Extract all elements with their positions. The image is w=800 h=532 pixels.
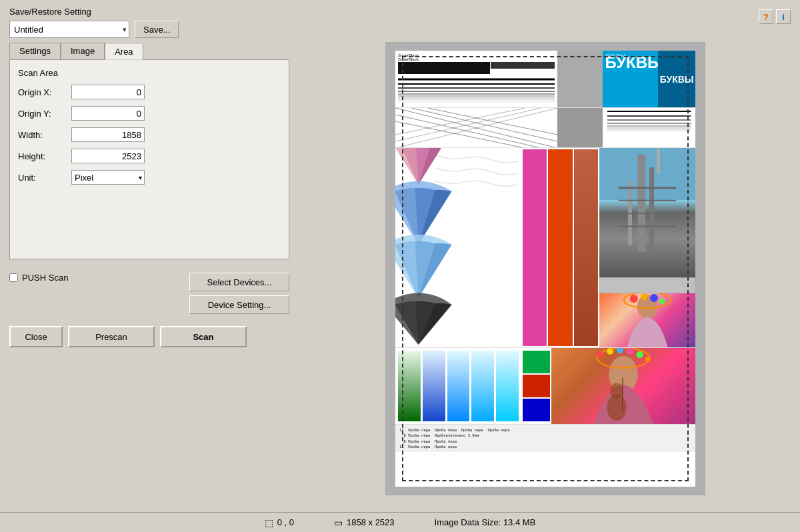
svg-point-35 (641, 293, 647, 300)
unit-select[interactable]: Pixel mm inch (71, 170, 145, 185)
save-restore-controls: Untitled ▾ Save... (9, 21, 179, 38)
color-bars-vertical (521, 148, 599, 347)
black-bar-1 (398, 62, 490, 74)
origin-y-input[interactable] (71, 106, 145, 121)
photo-right (599, 148, 695, 347)
factory-photo (599, 148, 695, 277)
push-scan-label: PUSH Scan (22, 273, 68, 283)
width-input[interactable] (71, 127, 145, 142)
scan-button[interactable]: Scan (160, 326, 247, 347)
help-button[interactable]: ? (759, 9, 773, 24)
width-group: Width: (18, 127, 281, 142)
black-bars-area: SuperBlackSuperBlack (395, 51, 557, 107)
main-window: Save/Restore Setting Untitled ▾ Save... … (0, 0, 800, 532)
unit-select-wrapper: Pixel mm inch ▾ (71, 170, 145, 185)
gray-middle (557, 108, 603, 147)
gradient-bars (395, 348, 521, 424)
preset-select[interactable]: Untitled (9, 21, 129, 38)
bottom-action-area: PUSH Scan Select Devices... Device Setti… (9, 266, 289, 314)
save-button[interactable]: Save... (135, 21, 179, 38)
russian-text-area: 100% Black БУКВЫ БУКВЫ (603, 51, 696, 107)
black-bar-2 (491, 62, 555, 69)
svg-rect-25 (638, 155, 646, 252)
russian-blue-box: БУКВЫ (658, 51, 695, 107)
scanner-bed: SuperBlackSuperBlack (386, 43, 705, 495)
svg-point-49 (645, 357, 651, 362)
tab-area[interactable]: Area (105, 43, 143, 60)
height-group: Height: (18, 149, 281, 163)
right-button-group: Select Devices... Device Setting... (189, 273, 289, 314)
bar-red (548, 149, 572, 346)
coordinates-value: 0 , 0 (277, 517, 294, 527)
prescan-button[interactable]: Prescan (68, 326, 155, 347)
image-data-size-value: Image Data Size: 13.4 MB (435, 517, 536, 527)
select-devices-button[interactable]: Select Devices... (189, 273, 289, 291)
russian-side-text: БУКВЫ (660, 74, 694, 85)
gray-center (557, 51, 603, 107)
preset-select-wrapper: Untitled ▾ (9, 21, 129, 38)
origin-x-group: Origin X: (18, 85, 281, 99)
info-button[interactable]: i (776, 9, 791, 24)
moire-svg (395, 108, 557, 147)
fan-svg (395, 148, 521, 347)
gradient-blue-3 (471, 351, 494, 421)
svg-rect-31 (619, 226, 676, 227)
gradient-blue-4 (496, 351, 519, 421)
dimensions-value: 1858 x 2523 (347, 517, 395, 527)
color-sq-blue (523, 399, 550, 421)
svg-rect-29 (619, 200, 676, 201)
color-sq-red (523, 375, 550, 397)
content-area: Settings Image Area Scan Area Origin X: (0, 42, 800, 532)
close-button[interactable]: Close (9, 326, 63, 347)
svg-rect-42 (622, 378, 623, 411)
origin-y-label: Origin Y: (18, 109, 71, 119)
tab-settings[interactable]: Settings (9, 43, 61, 60)
tab-image[interactable]: Image (61, 43, 105, 60)
top-chart-section: SuperBlackSuperBlack (395, 51, 695, 107)
height-input[interactable] (71, 149, 145, 163)
tabs-row: Settings Image Area (9, 42, 289, 59)
scanner-preview: SuperBlackSuperBlack (385, 42, 705, 495)
supblack-label: SuperBlackSuperBlack (398, 53, 555, 61)
svg-point-36 (650, 294, 658, 302)
info-icon: i (782, 12, 785, 22)
ruler-svg (603, 108, 696, 148)
device-setting-button[interactable]: Device Setting... (189, 295, 289, 314)
svg-rect-30 (619, 213, 676, 214)
svg-rect-32 (657, 148, 659, 174)
top-bar: Save/Restore Setting Untitled ▾ Save... … (0, 0, 800, 42)
dim-icon: ▭ (334, 517, 343, 528)
save-restore-section: Save/Restore Setting Untitled ▾ Save... (9, 7, 179, 38)
svg-point-46 (617, 348, 623, 353)
push-scan-checkbox[interactable] (9, 273, 18, 282)
origin-x-input[interactable] (71, 85, 145, 99)
factory-svg (599, 148, 695, 277)
svg-rect-26 (649, 167, 654, 251)
text-strip-content: 12 Проба пера Проба пера Проба пера Проб… (399, 427, 691, 449)
question-icon: ? (763, 12, 769, 22)
thin-lines-svg (398, 76, 555, 109)
height-label: Height: (18, 151, 71, 161)
svg-point-47 (627, 348, 633, 355)
text-strip: 12 Проба пера Проба пера Проба пера Проб… (395, 424, 695, 452)
status-bar: ⬚ 0 , 0 ▭ 1858 x 2523 Image Data Size: 1… (0, 512, 800, 532)
bar-brown (574, 149, 598, 346)
svg-point-44 (597, 351, 603, 358)
gradient-blue-2 (447, 351, 470, 421)
fan-left (395, 148, 521, 347)
svg-point-34 (630, 295, 638, 303)
lady-large-svg (551, 348, 695, 424)
document-area: SuperBlackSuperBlack (395, 51, 695, 487)
svg-point-45 (607, 348, 613, 355)
main-button-row: Close Prescan Scan (9, 326, 289, 347)
svg-point-41 (610, 383, 623, 399)
save-restore-label: Save/Restore Setting (9, 7, 179, 17)
moire-area (395, 108, 557, 147)
origin-x-label: Origin X: (18, 87, 71, 97)
tab-content-area: Scan Area Origin X: Origin Y: Width: (9, 59, 289, 259)
fan-patterns-section (395, 147, 695, 347)
coord-icon: ⬚ (265, 517, 273, 528)
gray-patch (599, 277, 695, 293)
origin-y-group: Origin Y: (18, 106, 281, 121)
left-panel: Settings Image Area Scan Area Origin X: (9, 42, 289, 532)
